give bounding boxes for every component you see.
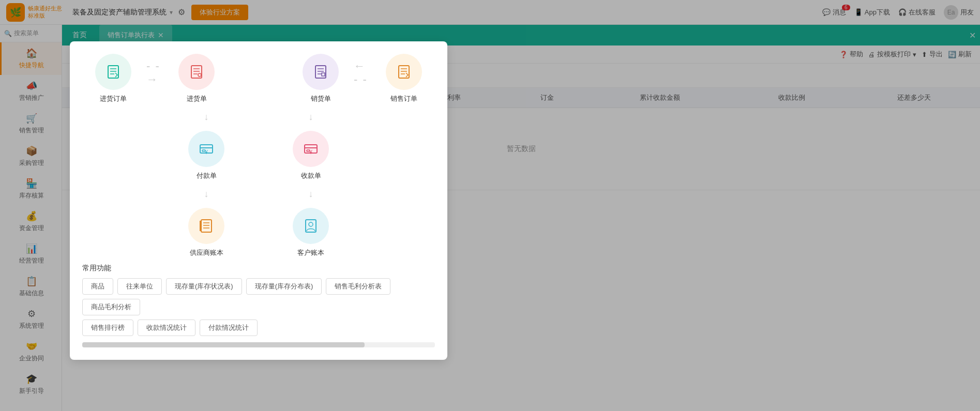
modal-overlay[interactable]: 进货订单 - - → 进货单: [0, 0, 980, 411]
func-btn-counterparty[interactable]: 往来单位: [117, 278, 162, 295]
svg-rect-14: [399, 66, 409, 78]
sales-bill-icon: [303, 54, 339, 90]
flow-diagram: 进货订单 - - → 进货单: [82, 54, 435, 257]
svg-point-32: [309, 222, 313, 226]
svg-rect-26: [201, 220, 212, 232]
flow-arrow-row-2: ↓ ↓: [82, 189, 435, 200]
supplier-ledger-icon: [188, 208, 224, 244]
flow-node-payment: ¥ 付款单: [175, 131, 237, 180]
purchase-bill-icon: [178, 54, 215, 90]
flow-node-sales-order: 销售订单: [373, 54, 435, 103]
payment-icon: ¥: [188, 131, 224, 167]
arrow-h-2: ← - -: [354, 59, 371, 98]
func-btn-stock-status[interactable]: 现存量(库存状况表): [166, 278, 242, 295]
flow-row-2: ¥ 付款单 ¥ 收款单: [82, 131, 435, 180]
flow-row-1: 进货订单 - - → 进货单: [82, 54, 435, 103]
common-funcs-title: 常用功能: [82, 264, 435, 273]
func-btn-product[interactable]: 商品: [82, 278, 113, 295]
customer-ledger-icon: [293, 208, 329, 244]
svg-text:¥: ¥: [309, 149, 312, 155]
svg-text:¥: ¥: [204, 149, 208, 155]
func-btn-product-profit[interactable]: 商品毛利分析: [82, 299, 140, 315]
svg-rect-13: [322, 73, 325, 76]
flow-node-purchase-bill: 进货单: [165, 54, 228, 103]
collection-icon: ¥: [293, 131, 329, 167]
modal-scrollbar[interactable]: [82, 342, 435, 347]
svg-point-8: [198, 73, 201, 77]
func-btn-sales-rank[interactable]: 销售排行榜: [82, 319, 133, 336]
func-buttons-row-2: 销售排行榜 收款情况统计 付款情况统计: [82, 319, 435, 336]
flow-node-collection: ¥ 收款单: [280, 131, 342, 180]
func-btn-payment-stat[interactable]: 付款情况统计: [200, 319, 258, 336]
common-functions-section: 常用功能 商品 往来单位 现存量(库存状况表) 现存量(库存分布表) 销售毛利分…: [82, 264, 435, 336]
sales-order-icon: [386, 54, 422, 90]
flow-node-supplier-ledger: 供应商账本: [175, 208, 237, 257]
func-buttons-row: 商品 往来单位 现存量(库存状况表) 现存量(库存分布表) 销售毛利分析表 商品…: [82, 278, 435, 315]
flow-row-3: 供应商账本 客户账本: [82, 208, 435, 257]
svg-rect-0: [108, 66, 118, 78]
flow-modal: 进货订单 - - → 进货单: [70, 41, 447, 360]
flow-node-customer-ledger: 客户账本: [280, 208, 342, 257]
func-btn-sales-profit[interactable]: 销售毛利分析表: [326, 278, 390, 295]
flow-arrow-row: ↓ ↓: [82, 112, 435, 123]
func-btn-receipt-stat[interactable]: 收款情况统计: [138, 319, 195, 336]
func-btn-stock-dist[interactable]: 现存量(库存分布表): [246, 278, 322, 295]
modal-scrollbar-thumb: [82, 342, 365, 347]
purchase-order-icon: [95, 54, 131, 90]
flow-node-sales-bill: 销货单: [290, 54, 352, 103]
arrow-h-1: - - →: [146, 59, 163, 98]
flow-node-purchase-order: 进货订单: [82, 54, 144, 103]
